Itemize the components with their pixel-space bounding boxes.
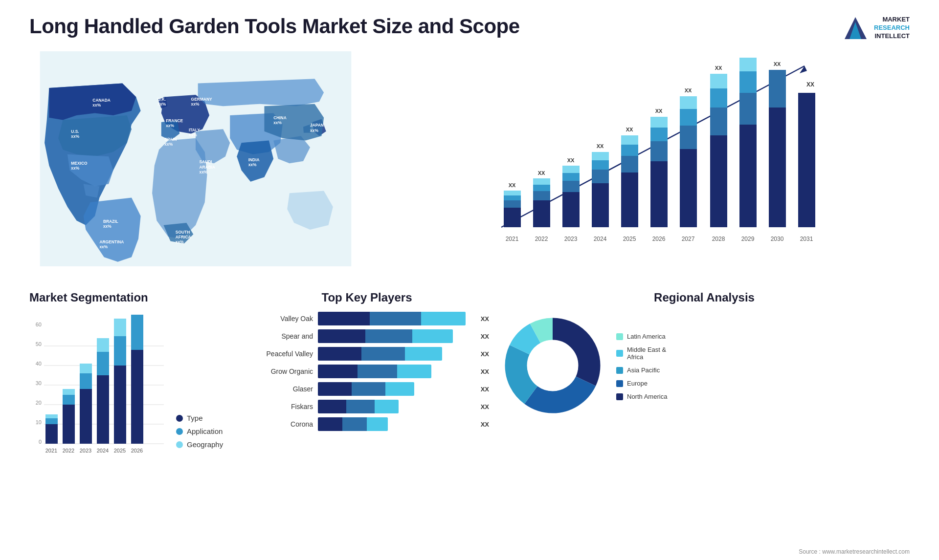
player-bar-container — [318, 347, 473, 361]
svg-text:50: 50 — [36, 341, 42, 347]
bar-segment-light — [397, 365, 431, 378]
player-bar-container — [318, 365, 473, 378]
player-value: XX — [481, 368, 489, 375]
bar-segment-dark — [318, 400, 346, 413]
spain-label: SPAIN — [164, 137, 177, 142]
legend-label-type: Type — [187, 414, 203, 422]
svg-text:XX: XX — [626, 127, 633, 132]
legend-europe: Europe — [616, 380, 667, 387]
dot-asia-pacific — [616, 367, 623, 374]
player-name: Glaser — [245, 385, 313, 393]
us-label: U.S. — [71, 129, 79, 134]
svg-rect-83 — [63, 395, 75, 405]
svg-rect-47 — [710, 135, 727, 227]
argentina-value: xx% — [99, 244, 108, 249]
china-label: CHINA — [273, 115, 287, 120]
svg-rect-91 — [114, 366, 126, 444]
svg-text:XX: XX — [655, 108, 663, 114]
bar-segment-dark — [318, 329, 365, 343]
svg-text:2026: 2026 — [131, 448, 143, 453]
svg-rect-50 — [710, 74, 727, 88]
legend-north-america: North America — [616, 393, 667, 400]
svg-text:XX: XX — [685, 87, 692, 93]
svg-rect-32 — [621, 135, 638, 145]
player-row: Grow OrganicXX — [245, 365, 489, 378]
bar-segment-mid — [370, 312, 422, 325]
bar-segment-light — [412, 329, 453, 343]
logo-line2: RESEARCH — [874, 24, 910, 32]
svg-text:40: 40 — [36, 361, 42, 366]
label-latin-america: Latin America — [627, 333, 666, 340]
svg-text:2021: 2021 — [506, 236, 519, 242]
svg-text:0: 0 — [39, 439, 42, 445]
player-bar — [318, 417, 388, 431]
germany-value: xx% — [191, 102, 200, 107]
player-name: Spear and — [245, 332, 313, 340]
svg-text:XX: XX — [774, 61, 781, 67]
legend-middle-east: Middle East &Africa — [616, 346, 667, 361]
page-container: Long Handled Garden Tools Market Size an… — [0, 0, 939, 560]
safrica-label: SOUTH — [176, 230, 190, 235]
svg-rect-11 — [533, 200, 550, 227]
svg-rect-12 — [533, 191, 550, 200]
svg-rect-35 — [650, 161, 668, 227]
brazil-label: BRAZIL — [103, 219, 118, 224]
bar-segment-mid — [365, 329, 413, 343]
svg-rect-20 — [562, 166, 580, 173]
page-title: Long Handled Garden Tools Market Size an… — [29, 15, 520, 38]
segmentation-title: Market Segmentation — [29, 291, 235, 304]
legend-label-geo: Geography — [187, 440, 223, 449]
svg-text:XX: XX — [509, 182, 516, 188]
us-value: xx% — [71, 134, 79, 139]
svg-text:2023: 2023 — [564, 236, 578, 242]
logo-line3: INTELLECT — [874, 32, 910, 41]
donut-chart — [499, 312, 606, 421]
logo-text: MARKET RESEARCH INTELLECT — [874, 16, 910, 41]
svg-rect-92 — [114, 336, 126, 366]
bar-segment-dark — [318, 312, 370, 325]
france-value: xx% — [166, 123, 174, 128]
player-bar — [318, 400, 399, 413]
svg-rect-8 — [504, 191, 521, 195]
germany-label: GERMANY — [191, 97, 212, 102]
player-row: Spear andXX — [245, 329, 489, 343]
svg-text:2030: 2030 — [771, 236, 784, 242]
logo-icon — [842, 15, 869, 42]
svg-rect-25 — [592, 160, 609, 170]
svg-rect-48 — [710, 108, 727, 135]
svg-point-107 — [527, 340, 578, 391]
legend-latin-america: Latin America — [616, 333, 667, 340]
svg-rect-60 — [769, 70, 786, 108]
player-bar — [318, 347, 442, 361]
svg-text:2026: 2026 — [652, 236, 666, 242]
svg-rect-94 — [131, 350, 143, 444]
player-bar — [318, 382, 414, 396]
svg-rect-23 — [592, 183, 609, 227]
svg-rect-30 — [621, 156, 638, 172]
svg-text:2022: 2022 — [63, 448, 74, 453]
canada-value: xx% — [92, 103, 101, 108]
label-middle-east: Middle East &Africa — [627, 346, 666, 361]
china-value: xx% — [273, 120, 282, 125]
player-value: XX — [481, 421, 489, 428]
italy-label: ITALY — [189, 128, 200, 132]
legend-label-app: Application — [187, 427, 223, 435]
player-bar-container — [318, 382, 473, 396]
player-bar — [318, 329, 453, 343]
donut-legend: Latin America Middle East &Africa Asia P… — [616, 333, 667, 400]
svg-rect-53 — [739, 125, 757, 227]
saudi-label2: ARABIA — [199, 165, 215, 170]
player-name: Fiskars — [245, 403, 313, 410]
svg-rect-24 — [592, 170, 609, 183]
svg-rect-13 — [533, 185, 550, 191]
legend-dot-geo — [176, 441, 183, 448]
player-name: Grow Organic — [245, 367, 313, 375]
player-name: Valley Oak — [245, 315, 313, 323]
italy-value: xx% — [189, 132, 197, 137]
mexico-value: xx% — [71, 166, 79, 171]
spain-value: xx% — [164, 142, 173, 147]
players-list: Valley OakXXSpear andXXPeaceful ValleyXX… — [245, 312, 489, 431]
legend-asia-pacific: Asia Pacific — [616, 366, 667, 374]
regional-section: Regional Analysis — [499, 291, 910, 486]
growth-bar-chart: XX 2021 XX 2022 XX 2023 — [386, 56, 900, 252]
